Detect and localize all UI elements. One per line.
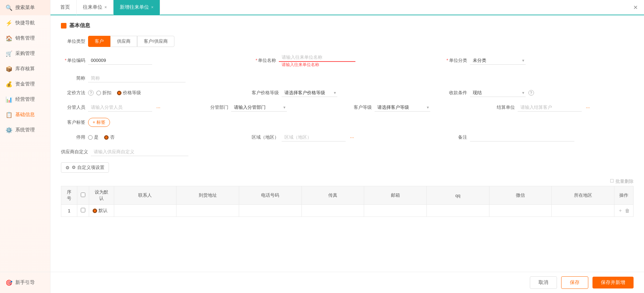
row-fax-input[interactable] [305,208,361,213]
unit-category-select[interactable]: 未分类 [470,56,526,65]
sidebar-item-guide[interactable]: 🎯 新手引导 [0,275,50,290]
unit-type-customer-btn[interactable]: 客户 [88,36,110,47]
pricing-discount-option[interactable]: 折扣 [96,90,111,96]
manager-input[interactable] [88,103,152,112]
tags-field: 客户标签 + 标签 [61,118,634,127]
section-title: 基本信息 [69,22,90,29]
row-default-label: 默认 [99,207,108,214]
pricing-level-radio[interactable] [117,91,121,95]
remark-input[interactable] [470,133,574,141]
customer-level-select[interactable]: 请选择客户等级 [375,103,430,112]
settlement-unit-more-icon[interactable]: ··· [584,105,591,110]
short-name-field: 简称 [61,74,634,82]
tab-home[interactable]: 首页 [54,0,77,15]
short-name-row: 简称 [61,74,634,82]
row-email-input[interactable] [368,208,423,213]
sidebar-item-basic-info[interactable]: 📋 基础信息 [0,107,50,122]
payment-terms-select[interactable]: 现结 [470,89,526,97]
row-checkbox-input[interactable] [81,208,85,212]
unit-code-input[interactable] [88,56,152,65]
disabled-no-option[interactable]: 否 [104,134,115,140]
col-actions: 操作 [614,186,633,205]
unit-type-group: 客户 供应商 客户/供应商 [88,36,174,47]
row-default-radio-label[interactable]: 默认 [93,207,110,214]
manager-more-icon[interactable]: ··· [155,105,162,110]
sidebar-item-system[interactable]: ⚙️ 系统管理 [0,122,50,138]
unit-name-label: *单位名称 [252,57,276,64]
pricing-level-option[interactable]: 价格等级 [117,90,141,96]
supplier-custom-row: 供应商自定义 [61,148,634,156]
row-default-radio[interactable] [93,209,97,213]
unit-info-row: *单位编码 *单位名称 请输入往来单位名称 *单位分类 未分类 [61,53,634,68]
pricing-discount-radio[interactable] [96,91,101,95]
tags-row: 客户标签 + 标签 [61,118,634,127]
save-new-button[interactable]: 保存并新增 [592,277,634,288]
sidebar-item-quick-nav[interactable]: ⚡ 快捷导航 [0,15,50,31]
row-add-icon[interactable]: ＋ [618,207,623,214]
payment-terms-wrapper: 现结 [470,89,526,97]
customer-price-level-select[interactable]: 请选择客户价格等级 [282,89,337,97]
payment-terms-label: 收款条件 [443,90,467,96]
sidebar-item-inventory[interactable]: 📦 库存核算 [0,61,50,76]
add-tag-button[interactable]: + 标签 [88,118,110,127]
clipboard-icon: 📋 [6,111,13,118]
sidebar-item-sales[interactable]: 🏠 销售管理 [0,31,50,46]
sidebar-item-search[interactable]: 🔍 搜索菜单 [0,0,50,15]
unit-type-both-btn[interactable]: 客户/供应商 [137,36,174,47]
table-row: 1 默认 [61,205,634,217]
tab-partners[interactable]: 往来单位 × [77,0,113,15]
disabled-yes-option[interactable]: 是 [88,134,99,140]
tabbar-close-icon[interactable]: ✕ [630,3,641,12]
short-name-label: 简称 [61,75,85,81]
money-icon: 💰 [6,81,13,88]
row-actions: ＋ 🗑 [614,205,633,217]
row-region-input[interactable] [555,208,611,213]
row-phone-input[interactable] [243,208,298,213]
col-region: 所在地区 [552,186,614,205]
row-email [364,205,427,217]
region-input[interactable] [282,133,346,141]
sidebar-item-operations[interactable]: 📊 经营管理 [0,92,50,107]
save-button[interactable]: 保存 [561,276,588,289]
sidebar-item-finance[interactable]: 💰 资金管理 [0,76,50,92]
settlement-unit-field: 结算单位 ··· [490,103,634,112]
disabled-no-radio[interactable] [104,135,109,140]
tab-new-partner-close-icon[interactable]: × [151,5,154,10]
payment-help-icon[interactable]: ? [528,90,534,96]
short-name-input[interactable] [88,74,186,82]
row-default: 默认 [89,205,114,217]
pricing-method-label: 定价方法 [61,90,85,96]
manager-label: 分管人员 [61,104,85,111]
row-delete-icon[interactable]: 🗑 [625,208,630,213]
sidebar-item-label: 销售管理 [15,35,35,41]
department-select[interactable]: 请输入分管部门 [231,103,287,112]
sidebar-item-label: 经营管理 [15,96,35,103]
row-wechat-input[interactable] [493,208,548,213]
sidebar-item-purchase[interactable]: 🛒 采购管理 [0,46,50,61]
customer-level-wrapper: 请选择客户等级 [375,103,430,112]
manager-field: 分管人员 ··· [61,103,204,112]
pricing-help-icon[interactable]: ? [88,90,94,96]
select-all-checkbox[interactable] [81,193,85,197]
custom-settings-area: ⚙ ⚙ 自定义项设置 [61,162,634,176]
unit-name-input[interactable] [279,53,355,62]
supplier-custom-input[interactable] [91,148,188,156]
batch-delete-label[interactable]: 批量删除 [615,178,634,185]
region-more-icon[interactable]: ··· [348,135,355,140]
settlement-unit-input[interactable] [518,103,582,112]
contacts-table: 序号 设为默认 联系人 到货地址 电话号码 传真 邮箱 qq 微信 所在地区 操… [61,186,634,217]
row-address-input[interactable] [180,208,235,213]
unit-type-supplier-btn[interactable]: 供应商 [110,36,137,47]
tab-new-partner[interactable]: 新增往来单位 × [113,0,160,15]
payment-terms-field: 收款条件 现结 ? [443,89,634,97]
customer-price-level-field: 客户价格等级 请选择客户价格等级 [252,89,442,97]
cancel-button[interactable]: 取消 [530,276,557,289]
row-contact-input[interactable] [118,208,173,213]
unit-category-field: *单位分类 未分类 [443,56,634,65]
custom-settings-button[interactable]: ⚙ ⚙ 自定义项设置 [61,162,109,173]
tab-partners-close-icon[interactable]: × [104,5,107,10]
disabled-yes-radio[interactable] [88,135,93,140]
row-qq-input[interactable] [430,208,486,213]
col-qq: qq [426,186,489,205]
unit-name-field: *单位名称 请输入往来单位名称 [252,53,442,68]
